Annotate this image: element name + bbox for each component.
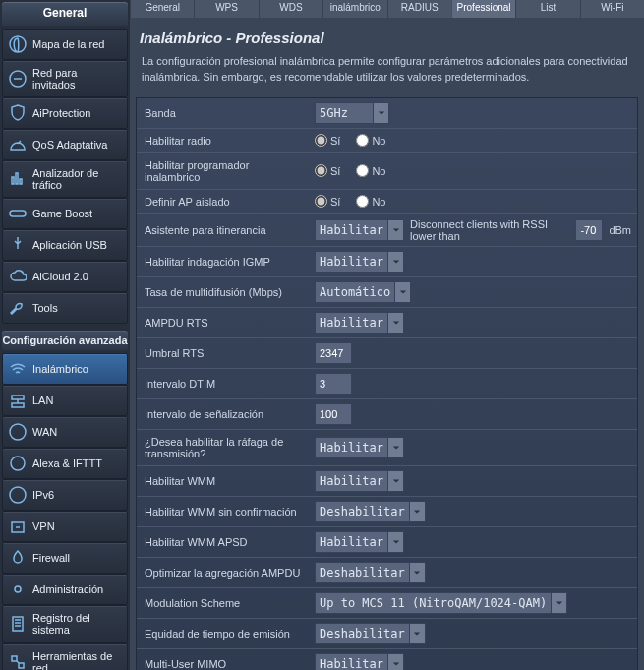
tab-1[interactable]: WPS <box>194 0 258 18</box>
sidebar-item-gen-6[interactable]: Aplicación USB <box>2 229 128 261</box>
setting-row-13: Habilitar WMM sin confirmaciónDeshabilit… <box>137 497 637 527</box>
sidebar-item-gen-5[interactable]: Game Boost <box>2 198 128 229</box>
sidebar-item-adv-8[interactable]: Registro del sistema <box>2 605 128 642</box>
chevron-down-icon[interactable] <box>388 219 404 241</box>
chevron-down-icon[interactable] <box>388 312 404 334</box>
tab-3[interactable]: inalámbrico <box>322 0 386 18</box>
text-input[interactable] <box>315 403 352 425</box>
select-value[interactable]: Habilitar <box>315 312 388 334</box>
sidebar-item-label: Tools <box>32 302 58 314</box>
setting-row-6: Tasa de multidifusión (Mbps)Automático <box>137 277 637 308</box>
chevron-down-icon[interactable] <box>552 592 567 614</box>
radio-input[interactable] <box>356 164 369 177</box>
tab-0[interactable]: General <box>130 0 194 18</box>
select-value[interactable]: Deshabilitar <box>315 562 410 583</box>
sidebar-item-label: Aplicación USB <box>32 239 107 251</box>
sidebar-item-adv-3[interactable]: Alexa & IFTTT <box>2 448 128 479</box>
chevron-down-icon[interactable] <box>374 102 389 124</box>
select-value[interactable]: Automático <box>315 281 395 303</box>
rssi-input[interactable] <box>575 219 603 241</box>
setting-control: Deshabilitar <box>309 619 637 648</box>
radio-no[interactable]: No <box>356 134 385 147</box>
guests-icon <box>9 70 27 88</box>
unit-label: dBm <box>609 224 631 236</box>
radio-input[interactable] <box>356 134 369 147</box>
gamepad-icon <box>9 205 27 222</box>
setting-control: Up to MCS 11 (NitroQAM/1024-QAM) <box>309 588 637 618</box>
setting-label: Habilitar WMM APSD <box>137 530 309 554</box>
sidebar-item-gen-2[interactable]: AiProtection <box>2 97 128 129</box>
chevron-down-icon[interactable] <box>410 562 426 583</box>
radio-input[interactable] <box>356 195 369 208</box>
tab-2[interactable]: WDS <box>259 0 322 18</box>
sidebar-item-adv-5[interactable]: VPN <box>2 511 128 542</box>
sidebar-item-label: Mapa de la red <box>32 38 104 50</box>
tab-4[interactable]: RADIUS <box>387 0 451 18</box>
radio-yes[interactable]: Sí <box>315 134 340 147</box>
select-value[interactable]: Habilitar <box>315 531 388 553</box>
radio-no[interactable]: No <box>356 195 385 208</box>
setting-control: Habilitar <box>309 247 637 276</box>
sidebar-item-adv-7[interactable]: Administración <box>2 574 128 605</box>
sidebar-item-adv-1[interactable]: LAN <box>2 385 128 416</box>
sidebar-item-label: Inalámbrico <box>32 363 88 375</box>
select-value[interactable]: Deshabilitar <box>315 623 410 644</box>
nettools-icon <box>9 653 27 670</box>
radio-yes[interactable]: Sí <box>315 164 340 177</box>
sidebar-item-gen-4[interactable]: Analizador de tráfico <box>2 160 128 198</box>
sidebar-item-gen-7[interactable]: AiCloud 2.0 <box>2 261 128 292</box>
sidebar-item-gen-3[interactable]: QoS Adaptativa <box>2 129 128 160</box>
sidebar-item-adv-2[interactable]: WAN <box>2 416 128 448</box>
alexa-icon <box>9 455 27 472</box>
text-input[interactable] <box>315 373 352 395</box>
sidebar-item-label: WAN <box>32 426 57 438</box>
setting-control: Habilitar <box>309 308 637 337</box>
select-value[interactable]: Habilitar <box>315 251 388 273</box>
setting-row-11: ¿Desea habilitar la ráfaga de transmisió… <box>137 430 637 466</box>
setting-row-1: Habilitar radioSíNo <box>137 129 637 153</box>
select-value[interactable]: Habilitar <box>315 219 388 241</box>
tab-7[interactable]: Wi-Fi <box>580 0 644 18</box>
chevron-down-icon[interactable] <box>388 653 404 670</box>
sidebar-item-adv-0[interactable]: Inalámbrico <box>2 353 128 385</box>
chevron-down-icon[interactable] <box>410 501 426 522</box>
text-input[interactable] <box>315 342 352 364</box>
select-value[interactable]: Deshabilitar <box>315 501 410 522</box>
sidebar-item-adv-9[interactable]: Herramientas de red <box>2 643 128 670</box>
setting-row-8: Umbral RTS <box>137 338 637 369</box>
select-value[interactable]: Habilitar <box>315 653 388 670</box>
sidebar-item-adv-4[interactable]: IPv6 <box>2 479 128 511</box>
radio-input[interactable] <box>315 195 327 208</box>
chevron-down-icon[interactable] <box>388 531 404 553</box>
chevron-down-icon[interactable] <box>395 281 411 303</box>
radio-input[interactable] <box>315 164 327 177</box>
chevron-down-icon[interactable] <box>388 470 404 492</box>
sidebar-item-label: Red para invitados <box>32 67 121 91</box>
setting-row-2: Habilitar programador inalambricoSíNo <box>137 153 637 190</box>
settings-form: Banda5GHzHabilitar radioSíNoHabilitar pr… <box>136 97 638 670</box>
setting-row-4: Asistente para itineranciaHabilitarDisco… <box>137 214 637 247</box>
wifi-icon <box>9 360 27 378</box>
select-value[interactable]: 5GHz <box>315 102 374 124</box>
tab-6[interactable]: List <box>515 0 579 18</box>
radio-no[interactable]: No <box>356 164 385 177</box>
select-value[interactable]: Habilitar <box>315 470 388 492</box>
ipv6-icon <box>9 486 27 504</box>
sidebar-item-gen-8[interactable]: Tools <box>2 292 128 324</box>
tab-5[interactable]: Professional <box>451 0 515 18</box>
radio-yes[interactable]: Sí <box>315 195 340 208</box>
select-value[interactable]: Up to MCS 11 (NitroQAM/1024-QAM) <box>315 592 552 614</box>
setting-row-7: AMPDU RTSHabilitar <box>137 308 637 338</box>
radio-input[interactable] <box>315 134 327 147</box>
setting-label: Habilitar programador inalambrico <box>137 153 309 189</box>
sidebar-item-label: Firewall <box>32 552 70 564</box>
sidebar-item-label: QoS Adaptativa <box>32 139 107 151</box>
setting-control: Deshabilitar <box>309 558 637 587</box>
sidebar-item-gen-1[interactable]: Red para invitados <box>2 60 128 97</box>
chevron-down-icon[interactable] <box>388 251 404 273</box>
select-value[interactable]: Habilitar <box>315 437 388 458</box>
sidebar-item-gen-0[interactable]: Mapa de la red <box>2 29 128 60</box>
sidebar-item-adv-6[interactable]: Firewall <box>2 542 128 574</box>
chevron-down-icon[interactable] <box>410 623 426 644</box>
chevron-down-icon[interactable] <box>388 437 404 458</box>
